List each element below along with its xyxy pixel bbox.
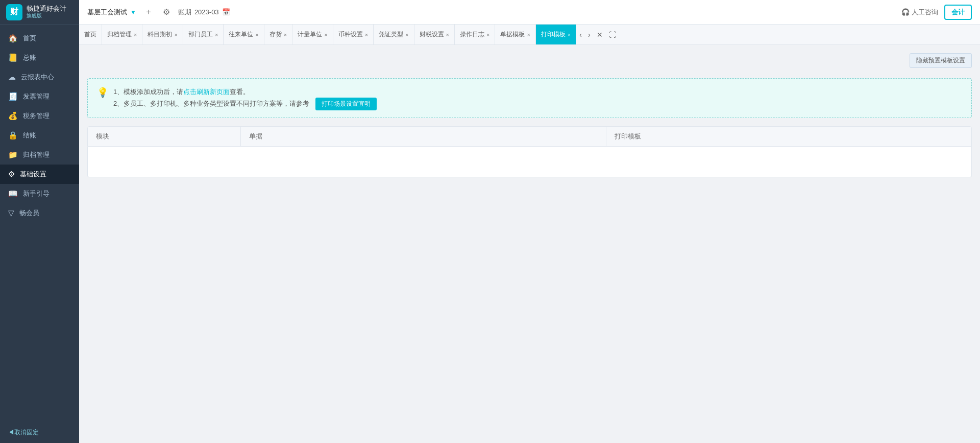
sidebar-logo: 财 畅捷通好会计 旗舰版 bbox=[0, 0, 79, 25]
settings-button[interactable]: ⚙ bbox=[161, 5, 172, 19]
home-icon: 🏠 bbox=[8, 34, 18, 43]
tab-unit[interactable]: 计量单位 × bbox=[292, 25, 333, 44]
print-template-table: 模块 单据 打印模板 bbox=[87, 126, 972, 177]
lightbulb-icon: 💡 bbox=[97, 87, 108, 98]
sidebar-item-label: 首页 bbox=[23, 34, 36, 43]
sidebar-item-archive[interactable]: 📁归档管理 bbox=[0, 145, 79, 165]
tab-close-btn[interactable]: × bbox=[568, 32, 571, 38]
invoice-icon: 🧾 bbox=[8, 92, 18, 101]
explain-button[interactable]: 打印场景设置宜明 bbox=[315, 98, 377, 110]
tab-close-btn[interactable]: × bbox=[486, 32, 489, 38]
tab-operation_log[interactable]: 操作日志 × bbox=[455, 25, 495, 44]
tab-close-btn[interactable]: × bbox=[174, 32, 177, 38]
tab-label: 科目期初 bbox=[148, 30, 172, 39]
tab-home[interactable]: 首页 bbox=[79, 25, 102, 44]
ledger-icon: 📒 bbox=[8, 53, 18, 62]
tab-dept[interactable]: 部门员工 × bbox=[183, 25, 224, 44]
col-danjv-header: 单据 bbox=[241, 127, 606, 146]
tab-voucher_type[interactable]: 凭证类型 × bbox=[374, 25, 414, 44]
tab-close-btn[interactable]: × bbox=[446, 32, 449, 38]
service-button[interactable]: 🎧 人工咨询 bbox=[901, 8, 938, 17]
tab-label: 计量单位 bbox=[298, 30, 322, 39]
tax-icon: 💰 bbox=[8, 111, 18, 121]
sidebar-item-close[interactable]: 🔒结账 bbox=[0, 126, 79, 145]
tabbar: 首页归档管理 ×科目期初 ×部门员工 ×往来单位 ×存货 ×计量单位 ×币种设置… bbox=[79, 25, 980, 45]
settings-icon: ⚙ bbox=[8, 170, 15, 179]
tab-close-btn[interactable]: × bbox=[324, 32, 327, 38]
sidebar-item-label: 新手引导 bbox=[23, 189, 50, 198]
tab-close-btn[interactable]: × bbox=[134, 32, 137, 38]
sidebar-item-label: 归档管理 bbox=[23, 150, 50, 159]
tab-nav-left[interactable]: ‹ bbox=[576, 25, 585, 44]
sidebar-item-label: 结账 bbox=[23, 131, 36, 140]
tab-label: 首页 bbox=[84, 30, 96, 39]
tab-close-btn[interactable]: × bbox=[215, 32, 218, 38]
table-header: 模块 单据 打印模板 bbox=[87, 126, 972, 147]
sidebar-item-label: 总账 bbox=[23, 53, 36, 62]
sidebar-item-guide[interactable]: 📖新手引导 bbox=[0, 184, 79, 203]
main-area: 基层工会测试 ▼ ＋ ⚙ 账期 2023-03 📅 🎧 人工咨询 会计 首页归档… bbox=[79, 0, 980, 443]
tab-label: 往来单位 bbox=[229, 30, 253, 39]
tab-close-btn[interactable]: × bbox=[284, 32, 287, 38]
tab-currency[interactable]: 币种设置 × bbox=[333, 25, 374, 44]
sidebar-item-label: 云报表中心 bbox=[21, 73, 54, 82]
tab-close-all[interactable]: ✕ bbox=[594, 25, 606, 44]
banner-line1-suffix: 查看。 bbox=[230, 88, 250, 96]
sidebar-item-reports[interactable]: ☁云报表中心 bbox=[0, 67, 79, 87]
tab-close-btn[interactable]: × bbox=[365, 32, 368, 38]
tab-inventory[interactable]: 存货 × bbox=[264, 25, 292, 44]
tab-label: 部门员工 bbox=[188, 30, 213, 39]
tab-label: 打印模板 bbox=[541, 30, 566, 39]
sidebar-item-invoice[interactable]: 🧾发票管理 bbox=[0, 87, 79, 106]
content-top-bar: 隐藏预置模板设置 bbox=[87, 53, 972, 73]
company-name: 基层工会测试 bbox=[87, 8, 127, 17]
tab-archive[interactable]: 归档管理 × bbox=[102, 25, 142, 44]
tab-close-btn[interactable]: × bbox=[255, 32, 258, 38]
logo-icon: 财 bbox=[6, 4, 22, 20]
tab-close-btn[interactable]: × bbox=[527, 32, 530, 38]
logo-text: 畅捷通好会计 bbox=[27, 5, 66, 13]
page-content: 隐藏预置模板设置 💡 1、模板添加成功后，请点击刷新新页面查看。 2、多员工、多… bbox=[79, 45, 980, 443]
tab-nav-right[interactable]: › bbox=[585, 25, 594, 44]
tab-print_template[interactable]: 打印模板 × bbox=[536, 25, 576, 44]
sidebar-item-ledger[interactable]: 📒总账 bbox=[0, 48, 79, 67]
hide-settings-button[interactable]: 隐藏预置模板设置 bbox=[910, 53, 972, 68]
tab-label: 存货 bbox=[270, 30, 282, 39]
reports-icon: ☁ bbox=[8, 73, 16, 82]
refresh-link[interactable]: 点击刷新新页面 bbox=[183, 88, 230, 96]
tab-label: 归档管理 bbox=[107, 30, 132, 39]
sidebar-item-home[interactable]: 🏠首页 bbox=[0, 29, 79, 48]
col-module-header: 模块 bbox=[88, 127, 241, 146]
company-selector[interactable]: 基层工会测试 ▼ bbox=[87, 8, 136, 17]
tab-label: 操作日志 bbox=[460, 30, 484, 39]
tab-partner[interactable]: 往来单位 × bbox=[224, 25, 264, 44]
sidebar-item-vip[interactable]: ▽畅会员 bbox=[0, 203, 79, 223]
sidebar-nav: 🏠首页📒总账☁云报表中心🧾发票管理💰税务管理🔒结账📁归档管理⚙基础设置📖新手引导… bbox=[0, 25, 79, 422]
info-banner-text: 1、模板添加成功后，请点击刷新新页面查看。 2、多员工、多打印机、多种业务类型设… bbox=[113, 86, 377, 110]
sidebar-item-settings[interactable]: ⚙基础设置 bbox=[0, 165, 79, 184]
kuaiji-button[interactable]: 会计 bbox=[944, 5, 972, 20]
calendar-icon[interactable]: 📅 bbox=[222, 8, 230, 16]
sidebar-item-label: 发票管理 bbox=[23, 92, 50, 101]
topbar-right: 🎧 人工咨询 会计 bbox=[901, 5, 972, 20]
tab-close-btn[interactable]: × bbox=[405, 32, 408, 38]
tab-tax_settings[interactable]: 财税设置 × bbox=[414, 25, 455, 44]
archive-icon: 📁 bbox=[8, 150, 18, 159]
tab-label: 财税设置 bbox=[420, 30, 444, 39]
tab-label: 币种设置 bbox=[338, 30, 363, 39]
tab-single_template[interactable]: 单据模板 × bbox=[495, 25, 535, 44]
sidebar-item-tax[interactable]: 💰税务管理 bbox=[0, 106, 79, 126]
cancel-fixed-btn[interactable]: ◀取消固定 bbox=[0, 422, 79, 443]
tab-expand[interactable]: ⛶ bbox=[606, 25, 619, 44]
info-banner: 💡 1、模板添加成功后，请点击刷新新页面查看。 2、多员工、多打印机、多种业务类… bbox=[87, 78, 972, 118]
sidebar-item-label: 畅会员 bbox=[19, 208, 39, 218]
tab-label: 凭证类型 bbox=[379, 30, 403, 39]
col-template-header: 打印模板 bbox=[606, 127, 971, 146]
add-tab-button[interactable]: ＋ bbox=[142, 5, 155, 19]
banner-line2: 2、多员工、多打印机、多种业务类型设置不同打印方案等，请参考 打印场景设置宜明 bbox=[113, 98, 377, 110]
sidebar: 财 畅捷通好会计 旗舰版 🏠首页📒总账☁云报表中心🧾发票管理💰税务管理🔒结账📁归… bbox=[0, 0, 79, 443]
topbar: 基层工会测试 ▼ ＋ ⚙ 账期 2023-03 📅 🎧 人工咨询 会计 bbox=[79, 0, 980, 25]
headset-icon: 🎧 bbox=[901, 8, 910, 16]
service-label: 人工咨询 bbox=[912, 8, 938, 17]
tab-period[interactable]: 科目期初 × bbox=[142, 25, 183, 44]
